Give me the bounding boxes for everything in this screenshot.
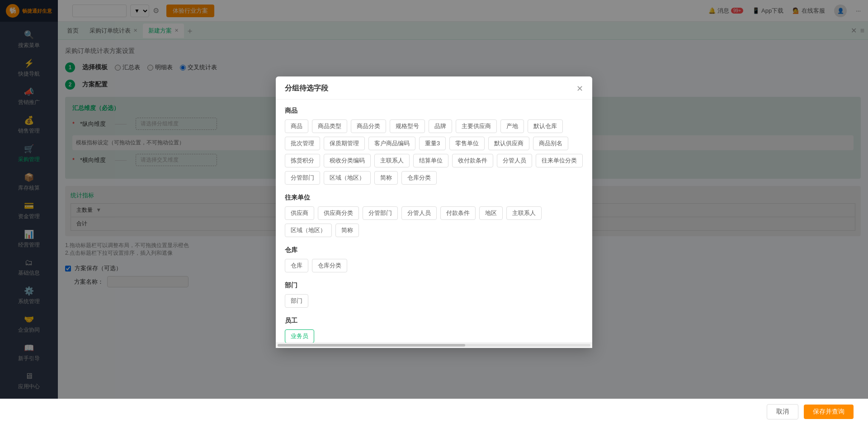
field-tag-weight[interactable]: 重量3	[419, 137, 446, 150]
modal-close-button[interactable]: ✕	[576, 84, 583, 94]
field-tag-retail-unit[interactable]: 零售单位	[449, 137, 485, 150]
field-tag-p-short[interactable]: 简称	[335, 224, 359, 237]
field-tag-brand[interactable]: 品牌	[429, 119, 452, 133]
field-tag-region[interactable]: 区域（地区）	[324, 171, 371, 185]
cancel-button[interactable]: 取消	[767, 404, 798, 419]
section-partners-title: 往来单位	[285, 194, 583, 202]
field-tag-p-area[interactable]: 地区	[479, 206, 503, 220]
section-employee: 员工 业务员	[285, 317, 583, 343]
dept-tags: 部门	[285, 294, 583, 308]
section-dept-title: 部门	[285, 281, 583, 290]
field-tag-default-supplier[interactable]: 默认供应商	[488, 137, 529, 150]
field-tag-goods-cat[interactable]: 商品分类	[351, 119, 386, 133]
section-warehouse-title: 仓库	[285, 246, 583, 254]
field-tag-main-contact[interactable]: 主联系人	[374, 154, 410, 167]
modal-hscroll-thumb	[278, 344, 465, 347]
field-tag-spec[interactable]: 规格型号	[390, 119, 425, 133]
section-warehouse: 仓库 仓库 仓库分类	[285, 246, 583, 272]
modal-hscroll[interactable]	[276, 343, 592, 348]
field-tag-p-manager[interactable]: 分管人员	[401, 206, 437, 220]
modal-backdrop: 分组待选字段 ✕ 商品 商品 商品类型 商品分类 规格型号 品牌 主要供应商 产…	[0, 0, 868, 424]
field-tag-origin[interactable]: 产地	[500, 119, 524, 133]
field-tag-shortname[interactable]: 简称	[374, 171, 398, 185]
field-tag-default-wh[interactable]: 默认仓库	[528, 119, 563, 133]
modal-header: 分组待选字段 ✕	[276, 76, 592, 100]
modal-body: 商品 商品 商品类型 商品分类 规格型号 品牌 主要供应商 产地 默认仓库 批次…	[276, 100, 592, 343]
field-tag-dept[interactable]: 分管部门	[285, 171, 320, 185]
section-employee-title: 员工	[285, 317, 583, 325]
field-tag-payment-terms[interactable]: 收付款条件	[452, 154, 493, 167]
section-goods: 商品 商品 商品类型 商品分类 规格型号 品牌 主要供应商 产地 默认仓库 批次…	[285, 107, 583, 185]
field-tag-supplier-cat[interactable]: 供应商分类	[318, 206, 359, 220]
field-tag-supplier[interactable]: 供应商	[285, 206, 314, 220]
field-tag-batch[interactable]: 批次管理	[285, 137, 320, 150]
section-goods-title: 商品	[285, 107, 583, 115]
field-tag-alias[interactable]: 商品别名	[533, 137, 568, 150]
save-button[interactable]: 保存并查询	[804, 405, 854, 419]
field-tag-goods-type[interactable]: 商品类型	[312, 119, 347, 133]
modal-hscroll-inner	[278, 344, 590, 347]
action-bar: 取消 保存并查询	[0, 399, 868, 424]
section-department: 部门 部门	[285, 281, 583, 308]
field-tag-main-supplier[interactable]: 主要供应商	[456, 119, 497, 133]
field-tag-wh-type[interactable]: 仓库分类	[312, 259, 347, 272]
field-tag-salesperson[interactable]: 业务员	[285, 329, 314, 343]
field-tag-manager[interactable]: 分管人员	[497, 154, 532, 167]
section-partners: 往来单位 供应商 供应商分类 分管部门 分管人员 付款条件 地区 主联系人 区域…	[285, 194, 583, 237]
field-tag-pick-score[interactable]: 拣货积分	[285, 154, 320, 167]
modal-title: 分组待选字段	[285, 84, 328, 93]
goods-tags: 商品 商品类型 商品分类 规格型号 品牌 主要供应商 产地 默认仓库 批次管理 …	[285, 119, 583, 185]
field-tag-customer-code[interactable]: 客户商品编码	[368, 137, 415, 150]
field-tag-p-dept[interactable]: 分管部门	[363, 206, 398, 220]
employee-tags: 业务员	[285, 329, 583, 343]
field-tag-wh-cat[interactable]: 仓库分类	[401, 171, 437, 185]
field-selection-modal: 分组待选字段 ✕ 商品 商品 商品类型 商品分类 规格型号 品牌 主要供应商 产…	[276, 76, 592, 348]
partners-tags: 供应商 供应商分类 分管部门 分管人员 付款条件 地区 主联系人 区域（地区） …	[285, 206, 583, 237]
field-tag-p-contact[interactable]: 主联系人	[506, 206, 542, 220]
field-tag-wh[interactable]: 仓库	[285, 259, 308, 272]
field-tag-tax-code[interactable]: 税收分类编码	[324, 154, 371, 167]
field-tag-goods[interactable]: 商品	[285, 119, 308, 133]
field-tag-partner-cat[interactable]: 往来单位分类	[536, 154, 583, 167]
warehouse-tags: 仓库 仓库分类	[285, 259, 583, 272]
field-tag-d-dept[interactable]: 部门	[285, 294, 308, 308]
field-tag-p-payment[interactable]: 付款条件	[440, 206, 476, 220]
field-tag-p-region[interactable]: 区域（地区）	[285, 224, 332, 237]
field-tag-shelf-life[interactable]: 保质期管理	[324, 137, 365, 150]
field-tag-settle-unit[interactable]: 结算单位	[413, 154, 448, 167]
